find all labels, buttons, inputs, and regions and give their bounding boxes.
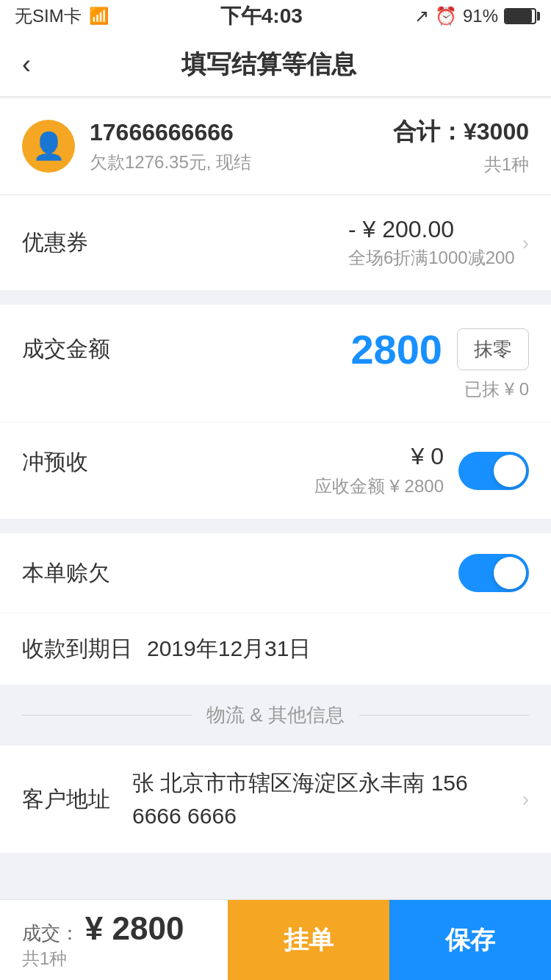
customer-left: 👤 17666666666 欠款1276.35元, 现结 (22, 119, 251, 174)
bottom-label-row: 成交： ¥ 2800 (22, 910, 206, 947)
hold-button[interactable]: 挂单 (228, 900, 389, 981)
debit-toggle[interactable] (458, 554, 529, 592)
battery-icon (504, 8, 536, 24)
status-bar: 无SIM卡 📶 下午4:03 ↗ ⏰ 91% (0, 0, 551, 32)
total-sub: 共1种 (393, 153, 529, 176)
nav-bar: ‹ 填写结算等信息 (0, 32, 551, 97)
page-title: 填写结算等信息 (46, 48, 492, 82)
prepay-amount: ¥ 0 (314, 443, 444, 470)
prepay-toggle[interactable] (458, 452, 529, 490)
prepay-amount-area: ¥ 0 应收金额 ¥ 2800 (314, 443, 444, 498)
back-button[interactable]: ‹ (22, 42, 46, 87)
address-label: 客户地址 (22, 785, 110, 815)
customer-right: 合计：¥3000 共1种 (393, 116, 529, 176)
duedate-row: 收款到期日 2019年12月31日 (22, 634, 529, 664)
trans-row: 成交金额 2800 抹零 (22, 325, 529, 373)
section-divider-1 (0, 290, 551, 305)
address-chevron-icon: › (522, 788, 529, 811)
logistics-divider: 物流 & 其他信息 (0, 685, 551, 746)
coupon-right: - ¥ 200.00 全场6折满1000减200 › (348, 216, 529, 270)
avatar-icon: 👤 (32, 131, 65, 162)
status-right: ↗ ⏰ 91% (414, 6, 536, 26)
trans-label: 成交金额 (22, 334, 110, 364)
bottom-bar: 成交： ¥ 2800 共1种 挂单 保存 (0, 899, 551, 980)
logistics-label: 物流 & 其他信息 (206, 702, 345, 728)
time-label: 下午4:03 (220, 2, 303, 30)
customer-card: 👤 17666666666 欠款1276.35元, 现结 合计：¥3000 共1… (0, 98, 551, 194)
address-content: 张 北京市市辖区海淀区永丰南 156 6666 6666 (132, 766, 522, 832)
total-amount: 合计：¥3000 (393, 116, 529, 148)
customer-phone: 17666666666 (90, 119, 251, 146)
address-section[interactable]: 客户地址 张 北京市市辖区海淀区永丰南 156 6666 6666 › (0, 746, 551, 853)
debit-section: 本单赊欠 (0, 533, 551, 613)
duedate-section: 收款到期日 2019年12月31日 (0, 613, 551, 685)
section-divider-2 (0, 519, 551, 533)
bottom-summary-sub: 共1种 (22, 947, 206, 970)
customer-sub: 欠款1276.35元, 现结 (90, 151, 251, 174)
avatar: 👤 (22, 120, 75, 173)
prepay-row: 冲预收 ¥ 0 应收金额 ¥ 2800 (22, 443, 529, 498)
battery-label: 91% (463, 6, 498, 26)
prepay-toggle-knob (494, 455, 526, 487)
prepay-label: 冲预收 (22, 443, 88, 478)
alarm-icon: ⏰ (435, 6, 457, 26)
save-button[interactable]: 保存 (389, 900, 551, 981)
wifi-icon: 📶 (89, 7, 109, 26)
divider-line-left (22, 715, 192, 716)
trans-amount: 2800 (350, 325, 442, 373)
location-icon: ↗ (414, 6, 429, 26)
coupon-chevron-icon: › (522, 231, 529, 255)
bottom-summary: 成交： ¥ 2800 共1种 (0, 910, 228, 970)
prepay-section: 冲预收 ¥ 0 应收金额 ¥ 2800 (0, 422, 551, 519)
duedate-label: 收款到期日 (22, 634, 132, 664)
coupon-section[interactable]: 优惠券 - ¥ 200.00 全场6折满1000减200 › (0, 195, 551, 290)
bottom-summary-amount: ¥ 2800 (85, 910, 184, 946)
debit-label: 本单赊欠 (22, 558, 110, 588)
debit-toggle-knob (494, 557, 526, 589)
trans-amount-area: 2800 抹零 (350, 325, 529, 373)
status-left: 无SIM卡 📶 (15, 4, 109, 28)
prepay-sub: 应收金额 ¥ 2800 (314, 475, 444, 498)
coupon-label: 优惠券 (22, 228, 88, 258)
round-button[interactable]: 抹零 (457, 328, 529, 370)
bottom-summary-label: 成交： (22, 922, 79, 944)
coupon-detail: 全场6折满1000减200 (348, 246, 515, 270)
trans-sub: 已抹 ¥ 0 (22, 378, 529, 401)
divider-line-right (359, 715, 529, 716)
transaction-section: 成交金额 2800 抹零 已抹 ¥ 0 (0, 305, 551, 422)
carrier-label: 无SIM卡 (15, 4, 82, 28)
duedate-value: 2019年12月31日 (147, 634, 311, 664)
coupon-discount: - ¥ 200.00 (348, 216, 515, 243)
customer-info: 17666666666 欠款1276.35元, 现结 (90, 119, 251, 174)
prepay-right: ¥ 0 应收金额 ¥ 2800 (314, 443, 529, 498)
